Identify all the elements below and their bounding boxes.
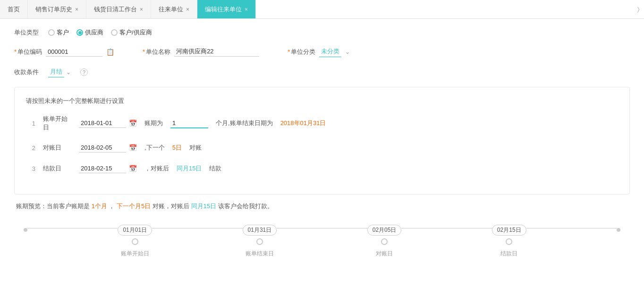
timeline-point-payment: 02月15日 结款日 <box>492 225 526 258</box>
timeline-label-payment: 02月15日 <box>492 225 526 236</box>
radio-customer[interactable]: 客户 <box>48 28 69 37</box>
timeline-label-reconcile: 02月05日 <box>367 225 402 236</box>
timeline-left-dot <box>24 228 27 232</box>
code-required-star: * <box>14 48 17 55</box>
name-field-group: *单位名称 <box>143 47 259 57</box>
tab-partners-close[interactable]: × <box>186 6 189 13</box>
tab-home[interactable]: 首页 <box>0 0 28 18</box>
preview-p1: 1个月 <box>92 203 107 210</box>
row-3-label: 结款日 <box>43 164 71 173</box>
tab-expand-button[interactable]: 〉 <box>633 0 644 18</box>
row-2-date-input[interactable] <box>79 143 126 152</box>
payment-select-group: 月结 ⌄ <box>48 67 71 77</box>
setting-row-1: 1 账单开始日 📅 账期为 个月,账单结束日期为 2018年01月31日 <box>26 115 618 132</box>
category-select-value[interactable]: 未分类 <box>319 46 341 57</box>
row-3-suffix: 结款 <box>209 164 221 173</box>
row-3-num: 3 <box>26 165 35 172</box>
row-1-period-suffix: 个月,账单结束日期为 <box>216 119 273 127</box>
name-required-star: * <box>143 48 145 55</box>
code-input[interactable] <box>46 47 102 57</box>
unit-type-row: 单位类型 客户 供应商 客户/供应商 <box>14 28 630 37</box>
timeline-point-end: 01月31日 账单结束日 <box>243 225 277 258</box>
code-label: *单位编码 <box>14 48 42 56</box>
radio-both-circle <box>111 29 118 36</box>
timeline-label-end: 01月31日 <box>243 225 277 236</box>
preview-p1-suffix: ， <box>109 203 115 210</box>
payment-chevron-icon[interactable]: ⌄ <box>66 69 71 76</box>
tab-home-label: 首页 <box>8 5 20 14</box>
radio-customer-label: 客户 <box>57 28 69 37</box>
row-1-end-date: 2018年01月31日 <box>280 119 326 127</box>
panel-instruction: 请按照未来的一个完整帐期进行设置 <box>26 97 618 105</box>
timeline-circle-reconcile <box>381 238 388 245</box>
timeline-desc-end: 账单结束日 <box>246 250 274 258</box>
category-field-group: *单位分类 未分类 ⌄ <box>288 46 350 57</box>
row-1-calendar-icon[interactable]: 📅 <box>129 119 137 127</box>
tab-cashflow[interactable]: 钱货日清工作台 × <box>86 0 151 18</box>
code-copy-icon[interactable]: 📋 <box>106 48 114 56</box>
code-name-category-row: *单位编码 📋 *单位名称 *单位分类 未分类 ⌄ <box>14 46 630 57</box>
timeline-point-reconcile: 02月05日 对账日 <box>367 225 402 258</box>
tab-edit-partner-close[interactable]: × <box>245 6 248 13</box>
unit-type-label: 单位类型 <box>14 28 39 37</box>
row-2-prefix: ,下一个 <box>144 144 165 152</box>
timeline-point-start: 01月01日 账单开始日 <box>118 225 152 258</box>
row-2-suffix: 对账 <box>189 144 202 152</box>
radio-customer-circle <box>48 29 55 36</box>
row-2-calendar-icon[interactable]: 📅 <box>129 144 137 152</box>
name-label: *单位名称 <box>143 48 170 56</box>
row-2-highlight: 5日 <box>172 144 182 152</box>
period-input[interactable] <box>170 118 208 128</box>
tab-sales-history-label: 销售订单历史 <box>35 5 72 14</box>
tab-edit-partner-label: 编辑往来单位 <box>205 5 242 14</box>
payment-label: 收款条件 <box>14 68 39 76</box>
tab-sales-history[interactable]: 销售订单历史 × <box>28 0 86 18</box>
category-chevron-icon[interactable]: ⌄ <box>345 49 350 55</box>
row-3-date-field: 📅 <box>79 164 137 173</box>
timeline: 01月01日 账单开始日 01月31日 账单结束日 02月05日 对账日 <box>14 220 630 262</box>
tab-sales-history-close[interactable]: × <box>75 6 78 13</box>
preview-p2: 下一个月5日 <box>117 203 151 210</box>
row-3-highlight: 同月15日 <box>177 164 202 173</box>
timeline-right-cap <box>617 228 620 232</box>
timeline-segment-0 <box>27 228 118 228</box>
row-1-date-field: 📅 <box>79 118 137 128</box>
category-label: *单位分类 <box>288 48 315 56</box>
name-input[interactable] <box>174 47 259 57</box>
payment-help-icon[interactable]: ? <box>80 68 88 76</box>
preview-p3-suffix: 该客户会给我打款。 <box>218 203 273 210</box>
row-2-date-field: 📅 <box>79 143 137 152</box>
tab-partners-label: 往来单位 <box>159 5 183 14</box>
timeline-segment-1 <box>152 228 242 228</box>
timeline-circle-end <box>256 238 263 245</box>
preview-label: 账期预览：当前客户账期是 <box>16 203 90 210</box>
row-3-calendar-icon[interactable]: 📅 <box>129 165 137 172</box>
content-area: 单位类型 客户 供应商 客户/供应商 *单位编码 📋 <box>0 19 644 287</box>
tab-cashflow-close[interactable]: × <box>140 6 143 13</box>
tab-cashflow-label: 钱货日清工作台 <box>94 5 137 14</box>
radio-supplier[interactable]: 供应商 <box>76 28 103 37</box>
timeline-points: 01月01日 账单开始日 01月31日 账单结束日 02月05日 对账日 <box>24 225 620 258</box>
setting-row-2: 2 对账日 📅 ,下一个 5日 对账 <box>26 143 618 152</box>
setting-row-3: 3 结款日 📅 ，对账后 同月15日 结款 <box>26 164 618 173</box>
tab-partners[interactable]: 往来单位 × <box>151 0 197 18</box>
row-1-date-input[interactable] <box>79 118 126 128</box>
radio-both[interactable]: 客户/供应商 <box>111 28 152 37</box>
row-3-prefix: ，对账后 <box>144 164 169 173</box>
timeline-label-start: 01月01日 <box>118 225 152 236</box>
payment-row: 收款条件 月结 ⌄ ? <box>14 67 630 77</box>
radio-supplier-dot <box>78 31 82 34</box>
payment-select-value[interactable]: 月结 <box>48 67 64 77</box>
timeline-desc-payment: 结款日 <box>500 250 517 258</box>
timeline-circle-start <box>132 238 138 245</box>
tab-edit-partner[interactable]: 编辑往来单位 × <box>197 0 256 18</box>
timeline-right-dot <box>617 228 620 232</box>
timeline-desc-start: 账单开始日 <box>121 250 149 258</box>
tab-bar: 首页 销售订单历史 × 钱货日清工作台 × 往来单位 × 编辑往来单位 × 〉 <box>0 0 644 19</box>
row-3-date-input[interactable] <box>79 164 126 173</box>
radio-both-label: 客户/供应商 <box>119 28 152 37</box>
timeline-segment-3 <box>401 228 491 228</box>
radio-supplier-circle <box>76 29 83 36</box>
row-1-num: 1 <box>26 120 35 127</box>
timeline-circle-payment <box>506 238 512 245</box>
